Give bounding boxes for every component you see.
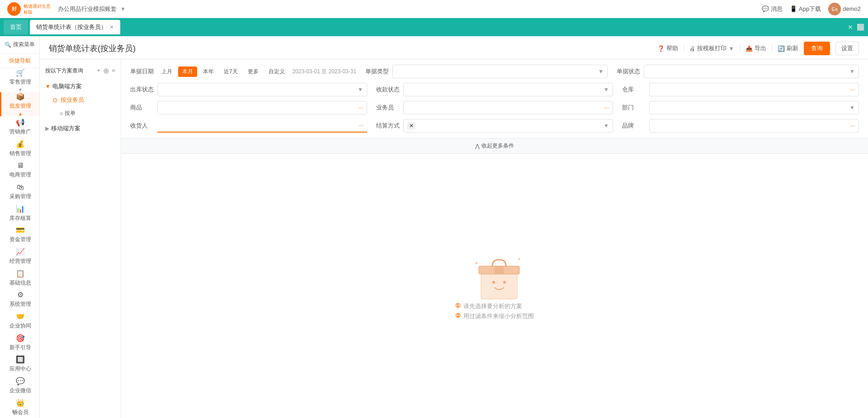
sidebar-item-retail[interactable]: 🛒 零售管理 ▼ [0, 68, 39, 92]
sidebar-item-label: 批发管理 [9, 102, 31, 110]
sidebar-item-newbie[interactable]: 🎯 新手引导 [0, 332, 39, 353]
scheme-group-desktop-title[interactable]: ▼ 电脑端方案 [40, 80, 121, 93]
sidebar-item-label: 采购管理 [9, 193, 31, 200]
sidebar-item-enterprise[interactable]: 🤝 企业协同 [0, 310, 39, 332]
recipient-input[interactable]: ··· [157, 119, 367, 133]
top-title-arrow-icon[interactable]: ▼ [120, 6, 126, 12]
sidebar-shortcut[interactable]: 快捷导航 [0, 54, 39, 68]
sidebar-item-basic[interactable]: 📋 基础信息 [0, 267, 39, 289]
sidebar-item-apps[interactable]: 🔲 应用中心 [0, 353, 39, 375]
date-btn-last-7[interactable]: 近7天 [220, 66, 242, 77]
sidebar-item-system[interactable]: ⚙ 系统管理 [0, 289, 39, 310]
sidebar-item-label: 应用中心 [9, 365, 31, 373]
sidebar-item-ecommerce[interactable]: 🖥 电商管理 [0, 159, 39, 181]
scheme-actions: + ⊕ « [97, 66, 115, 75]
empty-lines: ① 请先选择要分析的方案 ② 用过滤条件来缩小分析范围 [455, 302, 534, 320]
date-label: 单据日期 [130, 67, 154, 76]
export-button[interactable]: 📤 导出 [745, 44, 766, 52]
query-button[interactable]: 查询 [804, 42, 830, 55]
refresh-button[interactable]: 🔄 刷新 [778, 44, 798, 52]
filter-field-salesperson: 业务员 ··· [376, 101, 613, 114]
out-status-input[interactable]: ▼ [157, 83, 367, 96]
help-button[interactable]: ❓ 帮助 [657, 44, 678, 52]
tab-sales-stat[interactable]: 销货单统计表（按业务员） ✕ [30, 20, 120, 34]
marketing-icon: 📢 [16, 118, 25, 127]
department-input[interactable]: ▼ [649, 101, 859, 114]
print-label: 按模板打印 [697, 44, 726, 52]
doc-type-arrow-icon: ▼ [598, 68, 604, 75]
app-download-button[interactable]: 📱 App下载 [790, 5, 821, 13]
filter-field-doc-type: 单据类型 ▼ [365, 65, 608, 78]
sidebar-item-sales[interactable]: 💰 销售管理 [0, 138, 39, 160]
sidebar-item-label: 基础信息 [9, 279, 31, 287]
goods-input[interactable]: ··· [157, 101, 367, 114]
collapse-button[interactable]: ⋀ 收起更多条件 [475, 142, 514, 150]
doc-status-input[interactable]: ▼ [644, 65, 859, 78]
sales-icon: 💰 [16, 140, 25, 148]
filter-row-1: 单据日期 上月 本月 本年 近7天 更多 自定义 2023-03-01 至 20… [130, 65, 859, 78]
sidebar-item-wechat[interactable]: 💬 企业微信 [0, 375, 39, 397]
scheme-collapse-icon[interactable]: « [112, 66, 115, 75]
tab-home[interactable]: 首页 [4, 20, 28, 34]
date-btn-custom[interactable]: 自定义 [264, 66, 289, 77]
scheme-edit-icon[interactable]: ⊕ [103, 66, 109, 75]
scheme-group-mobile: ▶ 移动端方案 [40, 122, 121, 135]
date-btn-last-month[interactable]: 上月 [157, 66, 176, 77]
scheme-header: 按以下方案查询 + ⊕ « [40, 64, 121, 78]
scheme-group-expand-icon2: ▶ [45, 125, 49, 132]
sidebar-item-operations[interactable]: 📈 经营管理 [0, 246, 39, 267]
filter-field-goods: 商品 ··· [130, 101, 367, 114]
tab-close-window-icon[interactable]: ✕ [848, 24, 853, 31]
empty-num-1: ① [455, 302, 461, 309]
sidebar-item-marketing[interactable]: 📢 营销推广 [0, 116, 39, 138]
salesperson-input[interactable]: ··· [403, 101, 613, 114]
date-btn-more[interactable]: 更多 [244, 66, 263, 77]
message-icon: 💬 [762, 5, 769, 12]
settlement-clear-icon[interactable]: ✕ [407, 122, 415, 129]
finance-icon: 💳 [16, 226, 25, 234]
message-label: 消息 [771, 5, 783, 13]
brand-label: 品牌 [622, 122, 646, 130]
filter-field-receipt-status: 收款状态 ▼ [376, 83, 613, 96]
sidebar-item-member[interactable]: 👑 畅会员 [0, 396, 39, 418]
scheme-group-mobile-title[interactable]: ▶ 移动端方案 [40, 122, 121, 135]
department-arrow-icon: ▼ [849, 104, 855, 111]
date-btn-this-year[interactable]: 本年 [199, 66, 218, 77]
message-button[interactable]: 💬 消息 [762, 5, 783, 13]
sidebar-item-wholesale[interactable]: 📦 批发管理 ▲ [0, 92, 39, 116]
print-button[interactable]: 🖨 按模板打印 ▼ [689, 44, 734, 52]
main-area: 🔍 搜索菜单 快捷导航 🛒 零售管理 ▼ 📦 批发管理 ▲ 📢 营销推广 � [0, 36, 868, 418]
operations-icon: 📈 [16, 247, 25, 256]
doc-type-label: 单据类型 [365, 67, 389, 76]
receipt-status-label: 收款状态 [376, 86, 400, 94]
scheme-item-by-salesperson[interactable]: ⊙ 按业务员 [40, 93, 121, 107]
user-name: demo2 [843, 5, 861, 12]
divider2 [740, 45, 740, 52]
tab-maximize-icon[interactable]: ⬜ [857, 24, 864, 31]
export-label: 导出 [755, 44, 766, 52]
receipt-status-input[interactable]: ▼ [403, 83, 613, 96]
settlement-input[interactable]: ✕ ▼ [403, 119, 613, 133]
empty-text-1: 请先选择要分析的方案 [463, 302, 522, 310]
top-bar-title: 办公用品行业模拟账套 [58, 5, 117, 13]
scheme-add-icon[interactable]: + [97, 66, 100, 75]
tab-bar: 首页 销货单统计表（按业务员） ✕ ✕ ⬜ [0, 18, 868, 36]
tab-close-icon[interactable]: ✕ [109, 24, 114, 30]
basic-icon: 📋 [16, 269, 25, 278]
sidebar-item-purchase[interactable]: 🛍 采购管理 [0, 181, 39, 203]
top-bar-left: 好 畅捷通好生意 标版 办公用品行业模拟账套 ▼ [7, 2, 126, 16]
settings-button[interactable]: 设置 [835, 42, 859, 55]
sidebar-item-finance[interactable]: 💳 资金管理 [0, 224, 39, 246]
scheme-subitem-by-order[interactable]: ≡ 按单 [40, 107, 121, 120]
sidebar-search[interactable]: 🔍 搜索菜单 [0, 36, 39, 54]
sidebar-item-inventory[interactable]: 📊 库存核算 [0, 202, 39, 224]
date-btn-this-month[interactable]: 本月 [178, 66, 197, 77]
doc-type-input[interactable]: ▼ [392, 65, 608, 78]
user-profile[interactable]: Ea demo2 [828, 3, 861, 15]
member-icon: 👑 [16, 399, 25, 407]
brand-input[interactable]: ··· [649, 119, 859, 133]
warehouse-input[interactable]: ··· [649, 83, 859, 96]
svg-text:·: · [513, 271, 514, 275]
collapse-bar[interactable]: ⋀ 收起更多条件 [121, 138, 868, 154]
sidebar-item-label: 新手引导 [9, 344, 31, 352]
